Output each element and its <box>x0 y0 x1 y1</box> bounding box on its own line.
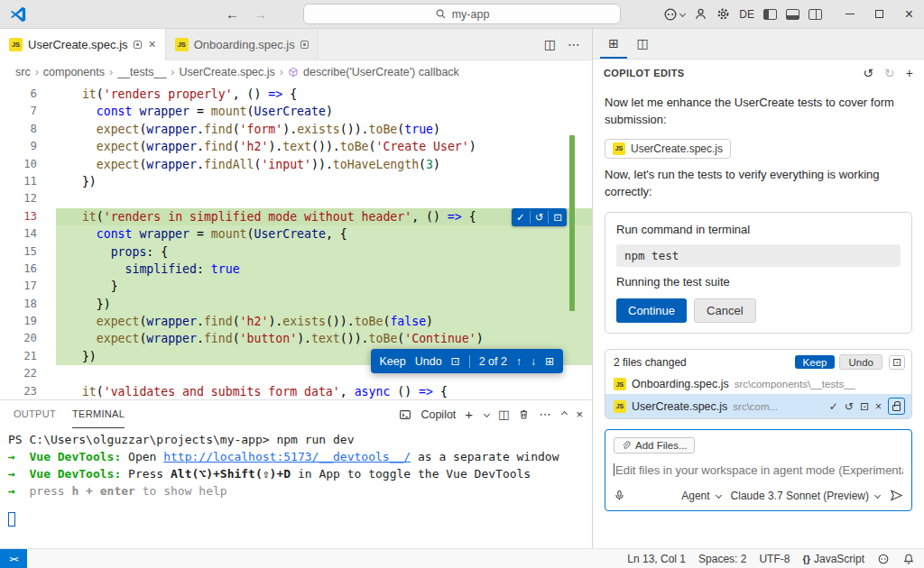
chat-input-box[interactable]: Add Files... Edit files in your workspac… <box>605 429 912 511</box>
toggle-panel-icon[interactable] <box>786 9 799 20</box>
terminal-profile-label[interactable]: Copilot <box>420 408 456 421</box>
indentation-setting[interactable]: Spaces: 2 <box>698 553 746 565</box>
kill-terminal-icon[interactable] <box>518 408 530 420</box>
forward-icon[interactable]: → <box>254 6 267 22</box>
discard-file-icon[interactable]: ↺ <box>845 400 854 413</box>
breadcrumb-item[interactable]: UserCreate.spec.js <box>180 66 275 78</box>
open-diff-icon[interactable]: ⊡ <box>860 400 869 413</box>
code-line[interactable]: 18 }) <box>0 296 592 313</box>
split-editor-icon[interactable]: ◫ <box>544 37 556 51</box>
code-line[interactable]: 11 }) <box>0 173 592 190</box>
back-icon[interactable]: ← <box>226 6 239 22</box>
open-changes-icon[interactable]: ⊞ <box>545 355 554 368</box>
panel-more-actions-icon[interactable]: ⋯ <box>539 408 550 421</box>
code-line[interactable]: 6 it('renders properly', () => { <box>0 86 592 103</box>
new-terminal-icon[interactable]: + <box>465 407 473 422</box>
terminal-profile-dropdown-icon[interactable] <box>484 411 490 417</box>
accept-file-icon[interactable]: ✓ <box>829 400 838 413</box>
close-tab-icon[interactable]: × <box>149 37 156 51</box>
maximize-panel-icon[interactable] <box>561 411 568 417</box>
maximize-button[interactable] <box>864 0 894 29</box>
lock-icon[interactable] <box>888 398 905 415</box>
open-file-icon[interactable]: ⊡ <box>451 355 460 368</box>
split-terminal-icon[interactable]: ◫ <box>498 408 509 421</box>
overview-ruler-added-marker <box>569 135 575 311</box>
breadcrumb-item[interactable]: describe('UserCreate') callback <box>303 66 459 78</box>
terminal-output[interactable]: PS C:\Users\olguzzar\projects\my-app> np… <box>0 428 592 548</box>
remote-indicator[interactable]: >< <box>0 549 27 568</box>
code-line[interactable]: 17 } <box>0 278 592 295</box>
panel-tab-output[interactable]: OUTPUT <box>14 400 56 428</box>
code-line[interactable]: 9 expect(wrapper.find('h2').text()).toBe… <box>0 138 592 155</box>
toggle-secondary-sidebar-icon[interactable] <box>808 9 822 20</box>
notifications-bell-icon[interactable] <box>902 553 915 565</box>
command-center-search[interactable]: my-app <box>303 4 621 24</box>
settings-gear-icon[interactable] <box>716 7 730 21</box>
modified-indicator[interactable] <box>300 41 309 49</box>
toggle-primary-sidebar-icon[interactable] <box>763 9 777 20</box>
model-dropdown[interactable]: Claude 3.7 Sonnet (Preview) <box>731 490 880 502</box>
chat-view-icon[interactable]: ◫ <box>629 29 656 59</box>
lock-glyph <box>892 405 901 411</box>
breadcrumb-item[interactable]: components <box>43 66 105 78</box>
breadcrumb-item[interactable]: __tests__ <box>117 66 166 78</box>
line-number: 22 <box>0 365 56 382</box>
continue-button[interactable]: Continue <box>616 298 687 323</box>
agent-mode-dropdown[interactable]: Agent <box>681 490 720 502</box>
view-change-icon[interactable]: ⊡ <box>548 211 567 224</box>
copilot-edits-view-icon[interactable]: ⊞ <box>600 29 627 59</box>
keep-button[interactable]: Keep <box>380 355 406 368</box>
panel-tab-strip: OUTPUTTERMINAL <box>14 400 141 428</box>
redo-last-edit-icon[interactable]: ↻ <box>884 66 895 80</box>
cursor-position[interactable]: Ln 13, Col 1 <box>627 553 686 565</box>
accounts-icon[interactable] <box>694 7 707 21</box>
cancel-button[interactable]: Cancel <box>694 298 755 323</box>
next-edit-icon[interactable]: ↓ <box>531 355 536 368</box>
undo-all-files-button[interactable]: Undo <box>839 354 882 370</box>
code-text: it('validates and submits form data', as… <box>56 383 592 399</box>
changed-file-row[interactable]: JSUserCreate.spec.jssrc\com...✓↺⊡× <box>605 394 911 418</box>
code-editor[interactable]: 6 it('renders properly', () => {7 const … <box>0 84 592 399</box>
view-all-edits-icon[interactable]: ⊡ <box>889 355 905 370</box>
discard-change-icon[interactable]: ↺ <box>530 211 549 224</box>
breadcrumb-item[interactable]: src <box>15 66 31 78</box>
modified-indicator[interactable] <box>134 41 142 49</box>
minimize-button[interactable] <box>835 0 864 29</box>
copilot-menu-icon[interactable] <box>663 7 685 22</box>
editor-tab[interactable]: JSUserCreate.spec.js× <box>0 29 166 60</box>
editor-tab[interactable]: JSOnboarding.spec.js <box>166 29 319 60</box>
code-line[interactable]: 7 const wrapper = mount(UserCreate) <box>0 103 592 120</box>
code-line[interactable]: 13 it('renders in simplified mode withou… <box>0 208 592 225</box>
copilot-status-icon[interactable] <box>877 553 890 565</box>
code-line[interactable]: 10 expect(wrapper.findAll('input')).toHa… <box>0 156 592 173</box>
panel-tab-terminal[interactable]: TERMINAL <box>72 400 125 428</box>
undo-button[interactable]: Undo <box>415 355 442 368</box>
code-line[interactable]: 23 it('validates and submits form data',… <box>0 383 592 399</box>
code-line[interactable]: 8 expect(wrapper.find('form').exists()).… <box>0 121 592 138</box>
code-line[interactable]: 20 expect(wrapper.find('button').text())… <box>0 330 592 347</box>
close-window-button[interactable]: × <box>894 0 924 29</box>
keep-all-files-button[interactable]: Keep <box>795 355 836 369</box>
previous-edit-icon[interactable]: ↑ <box>516 355 522 368</box>
editor-more-actions-icon[interactable]: ⋯ <box>568 37 580 51</box>
close-file-icon[interactable]: × <box>875 400 882 413</box>
send-icon[interactable] <box>890 489 903 502</box>
add-files-button[interactable]: Add Files... <box>614 437 695 453</box>
accept-change-icon[interactable]: ✓ <box>512 211 530 224</box>
changed-file-row[interactable]: JSOnboarding.spec.jssrc\components\__tes… <box>605 374 911 394</box>
encoding-setting[interactable]: UTF-8 <box>759 553 790 565</box>
profile-badge[interactable]: DE <box>739 8 754 21</box>
language-mode[interactable]: {}JavaScript <box>802 553 864 565</box>
code-line[interactable]: 12 <box>0 190 592 207</box>
mic-icon[interactable] <box>614 490 625 501</box>
code-line[interactable]: 15 props: { <box>0 243 592 261</box>
code-line[interactable]: 14 const wrapper = mount(UserCreate, { <box>0 225 592 243</box>
terminal-link[interactable]: http://localhost:5173/__devtools__/ <box>163 450 411 463</box>
close-panel-icon[interactable]: × <box>576 408 583 421</box>
new-edit-session-icon[interactable]: + <box>906 66 913 80</box>
file-chip[interactable]: JS UserCreate.spec.js <box>605 139 731 159</box>
code-line[interactable]: 19 expect(wrapper.find('h2').exists()).t… <box>0 313 592 330</box>
code-line[interactable]: 16 simplified: true <box>0 261 592 278</box>
line-number: 19 <box>0 313 56 330</box>
undo-last-edit-icon[interactable]: ↺ <box>863 66 873 80</box>
